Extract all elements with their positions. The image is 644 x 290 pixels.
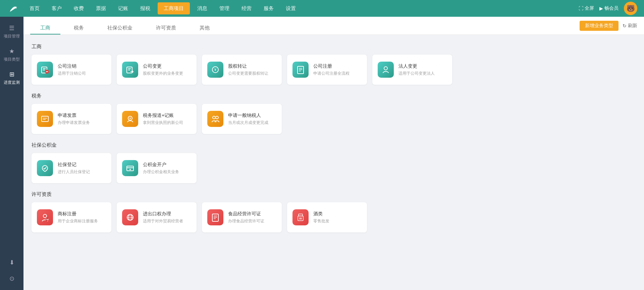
shuiwu-card-grid: 申请发票 办理申请发票业务 税务 — [32, 104, 636, 134]
card-tax-report-info: 税务报道+记账 拿到营业执照的新公司 — [143, 113, 191, 126]
svg-point-19 — [129, 118, 131, 119]
sidebar: ☰ 项目管理 ★ 项目类型 ⊞ 进度监测 ⬇ ⊙ — [0, 17, 23, 290]
member-icon: ▶ — [599, 6, 603, 11]
nav-bookkeeping[interactable]: 记账 — [112, 0, 134, 17]
card-trademark-desc: 用于企业商标注册服务 — [58, 218, 106, 224]
svg-point-24 — [129, 169, 131, 170]
card-alcohol-info: 酒类 零售批发 — [313, 211, 362, 224]
card-provident-fund[interactable]: 公积金开户 办理公积金相关业务 — [117, 153, 197, 183]
card-alcohol-title: 酒类 — [313, 211, 362, 217]
card-import-export-icon — [122, 209, 138, 225]
sidebar-item-project-manage[interactable]: ☰ 项目管理 — [0, 20, 23, 43]
card-company-cancel-icon — [37, 62, 53, 78]
shebao-section: 社保公积金 社保登记 进行人员社保登记 — [32, 142, 636, 183]
card-equity-transfer[interactable]: ¥ 股权转让 公司变更需要股权转让 — [202, 55, 282, 85]
tab-other[interactable]: 其他 — [190, 21, 220, 34]
card-general-taxpayer-desc: 当月或次月成变更完成 — [228, 120, 276, 126]
tab-bar: 工商 税务 社保公积金 许可资质 其他 新增业务类型 ↻ 刷新 — [23, 17, 644, 35]
card-company-register-icon — [292, 62, 309, 78]
card-tax-report-title: 税务报道+记账 — [143, 113, 191, 119]
card-general-taxpayer-title: 申请一般纳税人 — [228, 113, 276, 119]
fullscreen-label: 全屏 — [585, 5, 594, 11]
progress-icon: ⊞ — [8, 70, 16, 78]
nav-operation[interactable]: 经营 — [235, 0, 258, 17]
tab-gongshang[interactable]: 工商 — [30, 21, 60, 34]
nav-business[interactable]: 工商项目 — [158, 2, 190, 14]
nav-right: ⛶ 全屏 ▶ 畅会员 🐻 — [579, 2, 637, 15]
sidebar-item-project-type[interactable]: ★ 项目类型 — [0, 43, 23, 66]
card-import-export-title: 进出口权办理 — [143, 211, 191, 217]
svg-text:TM: TM — [45, 218, 49, 221]
card-provident-fund-icon — [122, 160, 138, 176]
card-social-insurance-title: 社保登记 — [58, 162, 106, 168]
tab-actions: 新增业务类型 ↻ 刷新 — [580, 21, 637, 31]
card-general-taxpayer[interactable]: 申请一般纳税人 当月或次月成变更完成 — [202, 104, 282, 134]
gongshang-title: 工商 — [32, 44, 636, 50]
nav-settings[interactable]: 设置 — [280, 0, 302, 17]
project-manage-icon: ☰ — [8, 24, 16, 32]
card-legal-change-desc: 适用于公司变更法人 — [398, 71, 447, 76]
tab-xuke[interactable]: 许可资质 — [146, 21, 186, 34]
card-tax-report-icon — [122, 111, 138, 127]
nav-client[interactable]: 客户 — [46, 0, 68, 17]
nav-service[interactable]: 服务 — [258, 0, 280, 17]
add-type-button[interactable]: 新增业务类型 — [580, 21, 619, 31]
member-button[interactable]: ▶ 畅会员 — [599, 5, 619, 11]
refresh-icon: ↻ — [623, 23, 627, 28]
card-company-register[interactable]: 公司注册 申请公司注册全流程 — [287, 55, 367, 85]
nav-tax-report[interactable]: 报税 — [134, 0, 156, 17]
card-food-license-title: 食品经营许可证 — [228, 211, 276, 217]
nav-bill[interactable]: 票据 — [90, 0, 112, 17]
logo — [3, 2, 23, 14]
tab-shebao[interactable]: 社保公积金 — [97, 21, 143, 34]
card-equity-transfer-icon: ¥ — [207, 62, 223, 78]
nav-home[interactable]: 首页 — [23, 0, 46, 17]
card-invoice-desc: 办理申请发票业务 — [58, 120, 106, 126]
xuke-section: 许可资质 TM 商标注册 用于 — [32, 191, 636, 232]
card-provident-fund-info: 公积金开户 办理公积金相关业务 — [143, 162, 191, 175]
card-social-insurance[interactable]: 社保登记 进行人员社保登记 — [32, 153, 111, 183]
nav-fee[interactable]: 收费 — [68, 0, 90, 17]
xuke-title: 许可资质 — [32, 191, 636, 198]
card-company-change-title: 公司变更 — [143, 63, 191, 69]
card-social-insurance-icon — [37, 160, 53, 176]
card-legal-change-info: 法人变更 适用于公司变更法人 — [398, 63, 447, 76]
refresh-button[interactable]: ↻ 刷新 — [623, 23, 637, 29]
card-general-taxpayer-icon — [207, 111, 223, 127]
fullscreen-icon: ⛶ — [579, 6, 583, 11]
card-food-license-info: 食品经营许可证 办理食品经营许可证 — [228, 211, 276, 224]
card-legal-change[interactable]: 法人变更 适用于公司变更法人 — [372, 55, 452, 85]
fullscreen-button[interactable]: ⛶ 全屏 — [579, 5, 594, 11]
svg-rect-15 — [42, 116, 48, 122]
card-invoice-icon — [37, 111, 53, 127]
main-layout: ☰ 项目管理 ★ 项目类型 ⊞ 进度监测 ⬇ ⊙ 工商 税务 社保公积金 许可资… — [0, 17, 644, 290]
card-company-change-info: 公司变更 股权变更外的业务变更 — [143, 63, 191, 76]
sidebar-item-progress[interactable]: ⊞ 进度监测 — [0, 66, 23, 89]
card-tax-report[interactable]: 税务报道+记账 拿到营业执照的新公司 — [117, 104, 197, 134]
card-company-cancel-title: 公司注销 — [58, 63, 106, 69]
project-type-icon: ★ — [8, 47, 16, 55]
card-import-export-desc: 适用于对外贸易经营者 — [143, 218, 191, 224]
card-legal-change-icon — [378, 62, 394, 78]
scroll-content[interactable]: 工商 公司注销 — [23, 35, 644, 290]
card-alcohol[interactable]: 酒类 零售批发 — [287, 202, 367, 232]
avatar[interactable]: 🐻 — [624, 2, 637, 15]
card-equity-transfer-desc: 公司变更需要股权转让 — [228, 71, 276, 76]
shuiwu-title: 税务 — [32, 93, 636, 99]
sidebar-item-location[interactable]: ⊙ — [0, 271, 23, 287]
nav-manage[interactable]: 管理 — [213, 0, 235, 17]
card-food-license[interactable]: 食品经营许可证 办理食品经营许可证 — [202, 202, 282, 232]
card-company-cancel[interactable]: 公司注销 适用于注销公司 — [32, 55, 111, 85]
sidebar-item-download[interactable]: ⬇ — [0, 255, 23, 271]
card-company-change[interactable]: 公司变更 股权变更外的业务变更 — [117, 55, 197, 85]
card-company-register-info: 公司注册 申请公司注册全流程 — [313, 63, 362, 76]
shebao-title: 社保公积金 — [32, 142, 636, 148]
sidebar-label-progress: 进度监测 — [4, 80, 20, 85]
card-import-export[interactable]: 进出口权办理 适用于对外贸易经营者 — [117, 202, 197, 232]
card-trademark[interactable]: TM 商标注册 用于企业商标注册服务 — [32, 202, 111, 232]
shuiwu-section: 税务 申请发票 办理申请发票业务 — [32, 93, 636, 134]
card-invoice[interactable]: 申请发票 办理申请发票业务 — [32, 104, 111, 134]
card-general-taxpayer-info: 申请一般纳税人 当月或次月成变更完成 — [228, 113, 276, 126]
tab-shuiwu[interactable]: 税务 — [64, 21, 94, 34]
nav-message[interactable]: 消息 — [191, 0, 213, 17]
